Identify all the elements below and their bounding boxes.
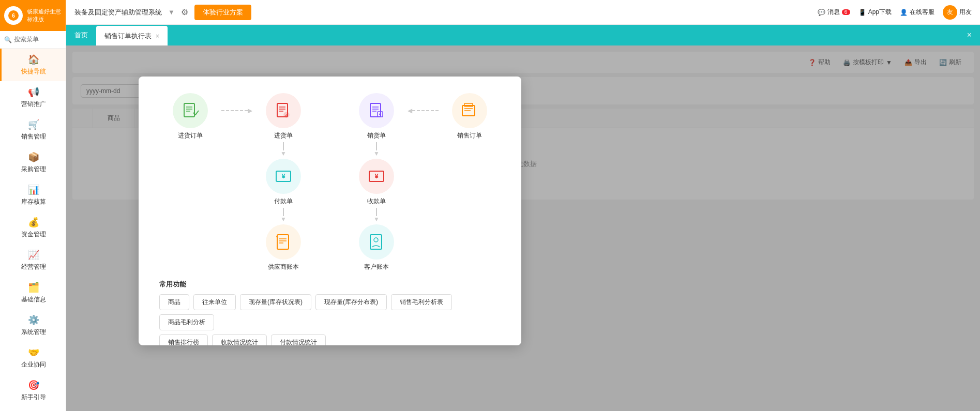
cf-btn-goods[interactable]: 商品 [159,294,189,310]
tab-sales-order[interactable]: 销售订单执行表 × [96,26,168,47]
wf-receipt-node[interactable]: ¥ 收款单 [345,159,408,206]
workflow-mid-row: ¥ 付款单 [159,159,501,206]
wf-purchase-bill-node[interactable]: ✓ 进货单 [252,93,314,140]
wf-sales-bill-node[interactable]: 销货单 [345,93,408,140]
app-download-item[interactable]: 📱 App下载 [858,8,892,17]
cf-btn-goods-gross[interactable]: 商品毛利分析 [159,314,214,330]
workflow-diagram: 进货订单 ▶ [159,93,501,271]
home-icon: 🏠 [28,54,39,65]
marketing-icon: 📢 [28,86,39,98]
sidebar-item-purchase[interactable]: 📦 采购管理 [0,146,66,179]
wf-purchase-order-circle [173,93,208,128]
workflow-top-row: 进货订单 ▶ [159,93,501,140]
wf-arrow-h2: ◀ [408,107,439,127]
sidebar-item-basic[interactable]: 🗂️ 基础信息 [0,277,66,309]
cf-btn-payment-stat[interactable]: 付款情况统计 [271,334,326,345]
sidebar-item-quick-nav[interactable]: 🏠 快捷导航 [0,49,66,81]
phone-icon: 📱 [858,9,866,16]
search-icon: 🔍 [4,36,12,43]
sidebar-item-inventory[interactable]: 📊 库存核算 [0,179,66,211]
sidebar-item-operations[interactable]: 📈 经营管理 [0,244,66,277]
topbar: 装备及固定资产辅助管理系统 ▼ ⚙ 体验行业方案 💬 消息 6 📱 App下载 … [66,0,980,25]
wf-down-arrow2: ▼ [345,142,408,157]
wf-arrow-h1: ▶ [221,107,252,127]
finance-icon: 💰 [28,217,39,228]
workflow-arrows-row2: ▼ ▼ [159,208,501,222]
wf-sales-order-node[interactable]: 销售订单 [439,93,501,140]
wf-payment-circle: ¥ [266,159,301,194]
tab-bar-close-icon[interactable]: × [959,31,980,40]
wf-spacer-left [159,142,221,157]
cf-buttons-row1: 商品 往来单位 现存量(库存状况表) 现存量(库存分布表) 销售毛利分析表 商品… [159,294,501,330]
wf-purchase-order-node[interactable]: 进货订单 [159,93,221,140]
sidebar-item-finance[interactable]: 💰 资金管理 [0,211,66,244]
wf-receipt-label: 收款单 [367,197,386,206]
svg-text:6: 6 [12,13,15,19]
wf-purchase-bill-label: 进货单 [274,131,293,140]
online-service-item[interactable]: 👤 在线客服 [900,8,934,17]
sidebar-search[interactable]: 🔍 搜索菜单 [0,31,66,49]
cf-btn-stock-status[interactable]: 现存量(库存状况表) [240,294,311,310]
logo-text: 畅康通好生意 标准版 [27,8,61,24]
wf-payment-label: 付款单 [274,197,293,206]
wf-down-arrow3: ▼ [252,208,314,222]
tab-home[interactable]: 首页 [66,25,96,45]
wf-sales-bill-label: 销货单 [367,131,386,140]
quick-nav-modal: 进货订单 ▶ [139,77,521,345]
purchase-icon: 📦 [28,151,39,163]
cf-buttons-row2: 销售排行榜 收款情况统计 付款情况统计 [159,334,501,345]
user-item[interactable]: 友 用友 [943,5,972,20]
svg-text:✓: ✓ [285,113,288,117]
common-functions-title: 常用功能 [159,280,501,289]
svg-rect-12 [370,103,381,117]
modal-content: 进货订单 ▶ [139,77,521,345]
cf-btn-stock-dist[interactable]: 现存量(库存分布表) [315,294,387,310]
cf-btn-collection-stat[interactable]: 收款情况统计 [212,334,267,345]
system-icon: ⚙️ [28,314,39,326]
wf-down-arrow1: ▼ [252,142,314,157]
collab-icon: 🤝 [28,347,39,358]
content-area: ❓ 帮助 🖨️ 按模板打印 ▼ 📤 导出 🔄 刷新 [66,45,980,411]
sidebar-item-sales[interactable]: 🛒 销售管理 [0,114,66,146]
sales-icon: 🛒 [28,119,39,130]
wf-spacer-left3 [159,208,252,222]
common-functions: 常用功能 商品 往来单位 现存量(库存状况表) 现存量(库存分布表) 销售毛利分… [159,280,501,345]
wf-purchase-order-label: 进货订单 [178,131,203,140]
sidebar-item-system[interactable]: ⚙️ 系统管理 [0,309,66,342]
svg-text:¥: ¥ [374,172,379,180]
inventory-icon: 📊 [28,184,39,195]
tab-bar: 首页 销售订单执行表 × × [66,25,980,45]
wf-customer-account-circle [359,224,394,260]
sidebar-item-marketing[interactable]: 📢 营销推广 [0,81,66,114]
topbar-right: 💬 消息 6 📱 App下载 👤 在线客服 友 用友 [818,5,972,20]
wf-customer-account-node[interactable]: 客户账本 [345,224,408,271]
svg-rect-27 [277,235,289,249]
operations-icon: 📈 [28,249,39,261]
cf-btn-sales-gross[interactable]: 销售毛利分析表 [391,294,452,310]
wf-sales-bill-circle [359,93,394,128]
message-item[interactable]: 💬 消息 6 [818,8,850,17]
sidebar: 6 畅康通好生意 标准版 🔍 搜索菜单 🏠 快捷导航 📢 营销推广 🛒 销售管理 [0,0,66,411]
logo-icon: 6 [4,6,23,25]
sidebar-item-newbie[interactable]: 🎯 新手引导 [0,374,66,407]
wf-supplier-account-node[interactable]: 供应商账本 [252,224,314,271]
main-area: 装备及固定资产辅助管理系统 ▼ ⚙ 体验行业方案 💬 消息 6 📱 App下载 … [66,0,980,411]
wf-spacer-arrow2 [314,142,345,157]
sidebar-item-collab[interactable]: 🤝 企业协同 [0,342,66,374]
system-title: 装备及固定资产辅助管理系统 [74,8,162,17]
wf-receipt-circle: ¥ [359,159,394,194]
modal-overlay[interactable]: 进货订单 ▶ [66,45,980,411]
trial-button[interactable]: 体验行业方案 [194,5,251,20]
cf-btn-partner[interactable]: 往来单位 [193,294,236,310]
wf-payment-node[interactable]: ¥ 付款单 [252,159,314,206]
avatar: 友 [943,5,957,20]
wf-sales-order-circle [452,93,487,128]
wf-supplier-account-label: 供应商账本 [268,263,299,271]
cf-btn-sales-rank[interactable]: 销售排行榜 [159,334,208,345]
app-logo: 6 畅康通好生意 标准版 [0,0,66,31]
message-icon: 💬 [818,9,825,16]
workflow-bottom-row: 供应商账本 [159,224,501,271]
settings-icon[interactable]: ⚙ [181,7,188,17]
basic-icon: 🗂️ [28,282,39,293]
tab-close-icon[interactable]: × [156,33,159,40]
